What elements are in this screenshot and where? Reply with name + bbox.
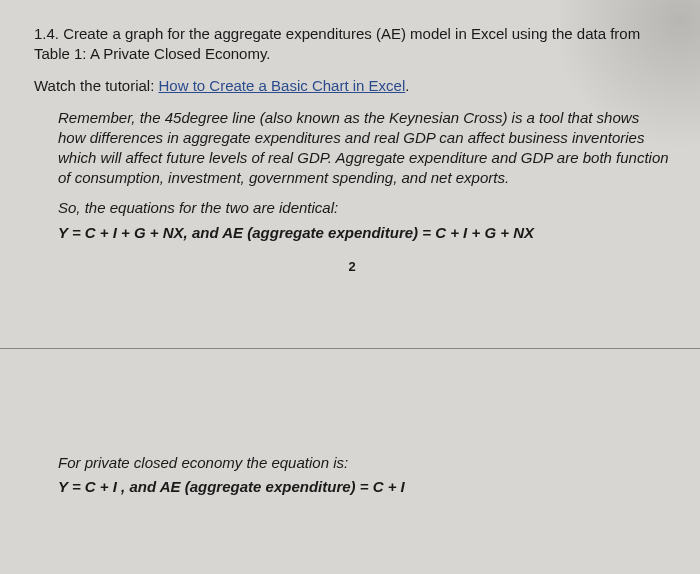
watch-prefix: Watch the tutorial: [34, 77, 159, 94]
private-closed-intro: For private closed economy the equation … [58, 454, 670, 471]
private-closed-equations: Y = C + I , and AE (aggregate expenditur… [58, 478, 670, 495]
watch-suffix: . [405, 77, 409, 94]
page-divider [0, 348, 700, 349]
page-number: 2 [34, 259, 670, 274]
remember-paragraph: Remember, the 45degree line (also known … [58, 108, 670, 189]
equations-main: Y = C + I + G + NX, and AE (aggregate ex… [58, 224, 670, 241]
top-section: 1.4. Create a graph for the aggregate ex… [34, 24, 670, 274]
indented-body: Remember, the 45degree line (also known … [34, 108, 670, 274]
tutorial-link[interactable]: How to Create a Basic Chart in Excel [159, 77, 406, 94]
bottom-section: For private closed economy the equation … [34, 454, 670, 495]
watch-tutorial-line: Watch the tutorial: How to Create a Basi… [34, 77, 670, 94]
equations-intro: So, the equations for the two are identi… [58, 199, 670, 216]
task-heading: 1.4. Create a graph for the aggregate ex… [34, 24, 670, 65]
